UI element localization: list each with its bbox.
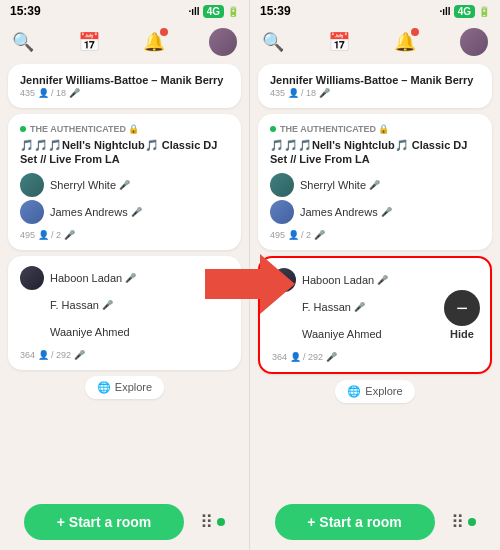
speaker-name-1: Sherryl White 🎤 xyxy=(50,179,130,191)
right-panel: 15:39 ·ıll 4G 🔋 🔍 📅 🔔 Jennifer Williams-… xyxy=(250,0,500,550)
right-status-icons: ·ıll 4G 🔋 xyxy=(440,5,490,18)
right-host-names-1: Jennifer Williams-Battoe – Manik Berry xyxy=(270,74,480,86)
right-online-dot xyxy=(468,518,476,526)
room-card-2[interactable]: THE AUTHENTICATED 🔒 🎵🎵🎵Nell's Nightclub🎵… xyxy=(8,114,241,250)
right-avatar[interactable] xyxy=(460,28,488,56)
search-icon[interactable]: 🔍 xyxy=(12,31,34,53)
right-explore-button[interactable]: 🌐 Explore xyxy=(335,380,414,403)
speaker-row: Sherryl White 🎤 xyxy=(20,173,229,197)
right-room-card-3-wrapper: Haboon Ladan 🎤 F. Hassan 🎤 xyxy=(258,256,492,374)
left-time: 15:39 xyxy=(10,4,41,18)
left-status-bar: 15:39 ·ıll 4G 🔋 xyxy=(0,0,249,22)
room-header-2: THE AUTHENTICATED 🔒 xyxy=(20,124,229,134)
right-green-dot xyxy=(270,126,276,132)
host-names-1: Jennifer Williams-Battoe – Manik Berry xyxy=(20,74,229,86)
hide-label: Hide xyxy=(450,328,474,340)
speaker-name-3c: Waaniye Ahmed xyxy=(50,326,130,338)
room-card-3[interactable]: Haboon Ladan 🎤 F. Hassan 🎤 xyxy=(8,256,241,370)
green-dot xyxy=(20,126,26,132)
right-nav-bar: 🔍 📅 🔔 xyxy=(250,22,500,60)
right-speaker-avatar-2a xyxy=(270,173,294,197)
right-speaker-name-3c: Waaniye Ahmed xyxy=(302,328,382,340)
left-content: Jennifer Williams-Battoe – Manik Berry 4… xyxy=(0,60,249,494)
grid-icon[interactable]: ⠿ xyxy=(200,511,213,533)
right-speaker-avatar-2b xyxy=(270,200,294,224)
explore-button[interactable]: 🌐 Explore xyxy=(85,376,164,399)
right-search-icon[interactable]: 🔍 xyxy=(262,31,284,53)
room-meta-2: 495 👤 / 2 🎤 xyxy=(20,230,229,240)
right-explore-globe-icon: 🌐 xyxy=(347,385,361,398)
right-speaker-row-2b: James Andrews 🎤 xyxy=(270,200,480,224)
hide-minus-icon[interactable]: − xyxy=(444,290,480,326)
speakers-3: Haboon Ladan 🎤 F. Hassan 🎤 xyxy=(20,266,229,344)
right-speaker-name-3a: Haboon Ladan 🎤 xyxy=(302,274,388,286)
room-title-2: 🎵🎵🎵Nell's Nightclub🎵 Classic DJ Set // L… xyxy=(20,138,229,167)
hide-button[interactable]: − Hide xyxy=(444,290,480,340)
right-speaker-name-2b: James Andrews 🎤 xyxy=(300,206,392,218)
left-panel: 15:39 ·ıll 4G 🔋 🔍 📅 🔔 Jennifer Williams-… xyxy=(0,0,250,550)
speaker-avatar-3a xyxy=(20,266,44,290)
battery-icon: 🔋 xyxy=(227,6,239,17)
start-room-button[interactable]: + Start a room xyxy=(24,504,184,540)
right-speaker-avatar-3a xyxy=(272,268,296,292)
right-grid-area: ⠿ xyxy=(451,511,476,533)
right-room-meta-3: 364 👤 / 292 🎤 xyxy=(272,352,478,362)
right-status-bar: 15:39 ·ıll 4G 🔋 xyxy=(250,0,500,22)
notification-badge xyxy=(160,28,168,36)
speaker-mic-icon-2: 🎤 xyxy=(131,207,142,217)
right-content: Jennifer Williams-Battoe – Manik Berry 4… xyxy=(250,60,500,494)
right-bottom-bar: + Start a room ⠿ xyxy=(250,494,500,550)
right-room-card-2[interactable]: THE AUTHENTICATED 🔒 🎵🎵🎵Nell's Nightclub🎵… xyxy=(258,114,492,250)
right-room-meta-2: 495 👤 / 2 🎤 xyxy=(270,230,480,240)
speakers-2: Sherryl White 🎤 James Andrews 🎤 xyxy=(20,173,229,224)
speaker-row: James Andrews 🎤 xyxy=(20,200,229,224)
speaker-avatar-2 xyxy=(20,200,44,224)
speaker-row-3a: Haboon Ladan 🎤 xyxy=(20,266,229,290)
speaker-name-2: James Andrews 🎤 xyxy=(50,206,142,218)
right-signal-text: ·ıll xyxy=(440,6,451,17)
online-dot xyxy=(217,518,225,526)
bell-icon[interactable]: 🔔 xyxy=(143,31,165,53)
right-explore-label: Explore xyxy=(365,385,402,397)
left-status-icons: ·ıll 4G 🔋 xyxy=(189,5,239,18)
speaker-row-3b: F. Hassan 🎤 xyxy=(20,293,229,317)
speaker-row-3c: Waaniye Ahmed xyxy=(20,320,229,344)
right-calendar-icon[interactable]: 📅 xyxy=(328,31,350,53)
right-bell-icon[interactable]: 🔔 xyxy=(394,31,416,53)
right-speaker-name-3b: F. Hassan 🎤 xyxy=(302,301,365,313)
right-notification-badge xyxy=(411,28,419,36)
speaker-name-3b: F. Hassan 🎤 xyxy=(50,299,113,311)
room-card-1[interactable]: Jennifer Williams-Battoe – Manik Berry 4… xyxy=(8,64,241,108)
room-meta-3: 364 👤 / 292 🎤 xyxy=(20,350,229,360)
right-time: 15:39 xyxy=(260,4,291,18)
signal-text: ·ıll xyxy=(189,6,200,17)
left-bottom-bar: + Start a room ⠿ xyxy=(0,494,249,550)
speaker-name-3a: Haboon Ladan 🎤 xyxy=(50,272,136,284)
speaker-avatar-1 xyxy=(20,173,44,197)
calendar-icon[interactable]: 📅 xyxy=(78,31,100,53)
speaker-mic-icon: 🎤 xyxy=(119,180,130,190)
right-speaker-row-3a: Haboon Ladan 🎤 xyxy=(272,268,478,292)
network-badge: 4G xyxy=(203,5,224,18)
right-speaker-row-2a: Sherryl White 🎤 xyxy=(270,173,480,197)
right-battery-icon: 🔋 xyxy=(478,6,490,17)
right-room-header-2: THE AUTHENTICATED 🔒 xyxy=(270,124,480,134)
app-wrapper: 15:39 ·ıll 4G 🔋 🔍 📅 🔔 Jennifer Williams-… xyxy=(0,0,500,550)
left-nav-bar: 🔍 📅 🔔 xyxy=(0,22,249,60)
explore-label: Explore xyxy=(115,381,152,393)
right-room-card-1[interactable]: Jennifer Williams-Battoe – Manik Berry 4… xyxy=(258,64,492,108)
right-start-room-button[interactable]: + Start a room xyxy=(275,504,435,540)
right-grid-icon[interactable]: ⠿ xyxy=(451,511,464,533)
right-room-title-2: 🎵🎵🎵Nell's Nightclub🎵 Classic DJ Set // L… xyxy=(270,138,480,167)
room-meta-1: 435 👤 / 18 🎤 xyxy=(20,88,229,98)
grid-area: ⠿ xyxy=(200,511,225,533)
explore-globe-icon: 🌐 xyxy=(97,381,111,394)
right-speaker-name-2a: Sherryl White 🎤 xyxy=(300,179,380,191)
right-network-badge: 4G xyxy=(454,5,475,18)
right-speakers-2: Sherryl White 🎤 James Andrews 🎤 xyxy=(270,173,480,224)
avatar[interactable] xyxy=(209,28,237,56)
right-room-meta-1: 435 👤 / 18 🎤 xyxy=(270,88,480,98)
